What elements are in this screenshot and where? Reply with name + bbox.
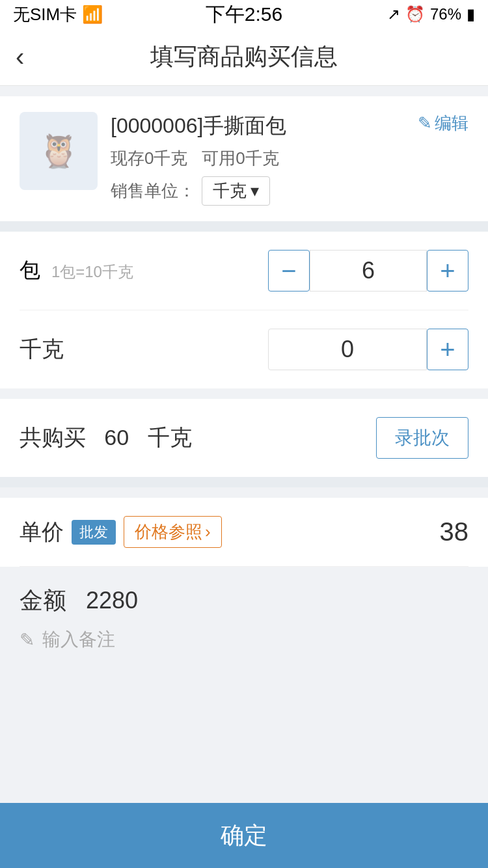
package-row: 包 1包=10千克 − + [20, 232, 468, 310]
carrier-text: 无SIM卡 [13, 3, 77, 26]
package-input[interactable] [310, 250, 427, 292]
remark-row[interactable]: ✎ 输入备注 [20, 627, 468, 652]
edit-icon: ✎ [418, 113, 432, 133]
product-info: [0000006]手撕面包 现存0千克 可用0千克 销售单位： 千克 ▾ [111, 112, 468, 206]
price-value: 38 [440, 517, 469, 547]
product-image: 🦉 [20, 112, 98, 190]
amount-section: 金额 2280 ✎ 输入备注 [0, 567, 488, 662]
batch-button[interactable]: 录批次 [376, 417, 468, 459]
kg-plus-button[interactable]: + [427, 329, 468, 370]
package-sublabel: 1包=10千克 [51, 263, 133, 280]
price-ref-arrow: › [205, 522, 211, 542]
status-bar: 无SIM卡 📶 下午2:56 ↗ ⏰ 76% ▮ [0, 0, 488, 29]
page-title: 填写商品购买信息 [150, 41, 338, 73]
total-unit: 千克 [148, 425, 192, 450]
alarm-icon: ⏰ [405, 5, 425, 23]
status-right: ↗ ⏰ 76% ▮ [387, 5, 475, 23]
total-label-text: 共购买 [20, 425, 86, 450]
unit-select[interactable]: 千克 ▾ [202, 176, 270, 206]
total-section: 共购买 60 千克 录批次 [0, 399, 488, 477]
price-badge: 批发 [72, 520, 116, 545]
location-icon: ↗ [387, 5, 400, 23]
remark-placeholder: 输入备注 [42, 627, 115, 652]
price-ref-label: 价格参照 [135, 521, 202, 543]
amount-label: 金额 2280 [20, 585, 468, 617]
confirm-button[interactable]: 确定 [0, 803, 488, 868]
total-row: 共购买 60 千克 录批次 [20, 399, 468, 477]
kg-label: 千克 [20, 334, 64, 364]
price-label-text: 单价 [20, 517, 64, 547]
available-text: 可用0千克 [202, 148, 278, 168]
kg-quantity-control: + [268, 329, 468, 370]
stock-text: 现存0千克 [111, 148, 187, 168]
unit-dropdown-icon: ▾ [251, 181, 259, 201]
product-name: [0000006]手撕面包 [111, 112, 468, 141]
product-logo-icon: 🦉 [38, 132, 79, 170]
price-row: 单价 批发 价格参照 › 38 [20, 498, 468, 567]
remark-icon: ✎ [20, 629, 34, 651]
package-label: 包 1包=10千克 [20, 256, 133, 285]
kg-input[interactable] [268, 329, 427, 370]
status-time: 下午2:56 [206, 1, 282, 28]
product-unit-row: 销售单位： 千克 ▾ [111, 176, 468, 206]
separator-2 [0, 477, 488, 487]
amount-label-text: 金额 [20, 587, 66, 614]
separator-1 [0, 221, 488, 232]
unit-label: 销售单位： [111, 180, 195, 202]
kg-row: 千克 + [20, 310, 468, 388]
package-quantity-control: − + [268, 250, 468, 292]
battery-text: 76% [430, 5, 461, 23]
package-minus-button[interactable]: − [268, 250, 310, 292]
edit-button[interactable]: ✎ 编辑 [418, 112, 468, 135]
edit-label: 编辑 [435, 112, 468, 135]
input-section: 包 1包=10千克 − + 千克 + [0, 232, 488, 388]
price-section: 单价 批发 价格参照 › 38 [0, 498, 488, 567]
wifi-icon: 📶 [82, 5, 103, 25]
total-amount: 60 [104, 425, 129, 450]
status-left: 无SIM卡 📶 [13, 3, 103, 26]
total-label: 共购买 60 千克 [20, 423, 192, 453]
unit-value: 千克 [213, 180, 247, 202]
package-plus-button[interactable]: + [427, 250, 468, 292]
battery-icon: ▮ [467, 5, 475, 23]
nav-bar: ‹ 填写商品购买信息 [0, 29, 488, 86]
product-card: 🦉 [0000006]手撕面包 现存0千克 可用0千克 销售单位： 千克 ▾ ✎… [0, 96, 488, 221]
price-ref-button[interactable]: 价格参照 › [124, 516, 222, 548]
product-stock: 现存0千克 可用0千克 [111, 147, 468, 170]
package-label-text: 包 [20, 258, 40, 282]
amount-value: 2280 [86, 587, 138, 614]
price-label: 单价 批发 价格参照 › [20, 516, 222, 548]
back-button[interactable]: ‹ [16, 42, 24, 72]
